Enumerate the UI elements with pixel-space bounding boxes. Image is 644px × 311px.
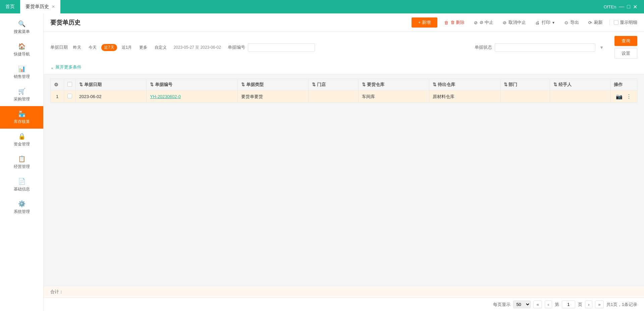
expand-more-button[interactable]: ⌄ 展开更多条件 xyxy=(50,64,82,70)
page-size-select[interactable]: 50 10 20 100 xyxy=(513,301,531,308)
date-btn-last-month[interactable]: 近1月 xyxy=(119,44,135,51)
sidebar-item-sales-mgmt[interactable]: 📊 销售管理 xyxy=(0,61,43,84)
sidebar-item-finance-mgmt[interactable]: 🔒 资金管理 xyxy=(0,129,43,151)
th-doc-date: ⇅ 单据日期 xyxy=(76,79,147,91)
sidebar-item-inventory-label: 库存核算 xyxy=(14,119,30,125)
search-button[interactable]: 查询 xyxy=(614,36,637,46)
row-doc-date: 2023-06-02 xyxy=(76,91,147,103)
filter-row-1: 单据日期 昨天 今天 近7天 近1月 更多 自定义 2023-05-27 至 2… xyxy=(50,36,637,59)
sidebar-item-system-mgmt[interactable]: ⚙️ 系统管理 xyxy=(0,196,43,219)
sidebar-item-system-mgmt-label: 系统管理 xyxy=(14,209,30,215)
status-input[interactable] xyxy=(495,43,595,52)
th-department-label: 部门 xyxy=(508,82,517,87)
date-btn-today[interactable]: 今天 xyxy=(86,44,99,51)
date-filter-label: 单据日期 xyxy=(50,44,68,50)
tab-requisition-history-label: 要货单历史 xyxy=(25,4,49,10)
stop-button[interactable]: ⊘ ⊘ 中止 xyxy=(471,18,496,27)
sidebar-item-quick-nav-label: 快捷导航 xyxy=(14,51,30,57)
new-button[interactable]: + 新增 xyxy=(412,17,437,28)
page-prefix: 第 xyxy=(555,302,559,308)
refresh-button[interactable]: ⟳ 刷新 xyxy=(586,18,605,27)
sidebar: 🔍 搜索菜单 🏠 快捷导航 📊 销售管理 🛒 采购管理 🏪 库存核算 🔒 资金管… xyxy=(0,13,44,311)
select-all-checkbox[interactable] xyxy=(67,82,72,87)
row-edit-icon[interactable]: 📷 xyxy=(614,93,624,100)
sidebar-item-operation-mgmt-label: 经营管理 xyxy=(14,164,30,170)
date-btn-last7days[interactable]: 近7天 xyxy=(101,44,117,51)
date-filter-buttons: 昨天 今天 近7天 近1月 更多 自定义 xyxy=(70,44,169,51)
sales-mgmt-icon: 📊 xyxy=(18,65,25,73)
th-handler-label: 经手人 xyxy=(558,82,572,87)
th-pending-warehouse-label: 待出仓库 xyxy=(438,82,455,87)
show-detail-button[interactable]: 显示明细 xyxy=(614,19,637,26)
row-num: 1 xyxy=(51,91,64,103)
th-req-warehouse: ⇅ 要货仓库 xyxy=(359,79,429,91)
inventory-icon: 🏪 xyxy=(18,110,25,118)
next-page-button[interactable]: › xyxy=(585,301,592,308)
last-page-button[interactable]: » xyxy=(595,301,603,308)
search-menu-icon: 🔍 xyxy=(18,20,25,28)
print-button[interactable]: 🖨 打印 ▼ xyxy=(533,18,558,27)
th-department: ⇅ 部门 xyxy=(500,79,550,91)
tab-home-label: 首页 xyxy=(5,4,15,10)
date-range-display: 2023-05-27 至 2023-06-02 xyxy=(173,45,221,50)
row-handler xyxy=(550,91,610,103)
row-doc-no: YH-20230602-0 xyxy=(147,91,238,103)
settings-button[interactable]: 设置 xyxy=(614,48,637,59)
sidebar-item-basic-info-label: 基础信息 xyxy=(14,186,30,192)
row-checkbox[interactable] xyxy=(67,94,72,98)
action-buttons: 查询 设置 xyxy=(614,36,637,59)
tab-close-icon[interactable]: ✕ xyxy=(52,4,55,9)
sidebar-item-inventory[interactable]: 🏪 库存核算 xyxy=(0,106,43,129)
th-doc-no-label: 单据编号 xyxy=(155,82,172,87)
cancel-stop-button[interactable]: ⊘ 取消中止 xyxy=(500,18,529,27)
th-store-label: 门店 xyxy=(317,82,326,87)
finance-mgmt-icon: 🔒 xyxy=(18,133,25,140)
tab-requisition-history[interactable]: 要货单历史 ✕ xyxy=(20,0,60,13)
show-detail-label: 显示明细 xyxy=(620,19,637,26)
sidebar-item-search-menu[interactable]: 🔍 搜索菜单 xyxy=(0,16,43,39)
quick-nav-icon: 🏠 xyxy=(18,43,25,50)
data-table: ⚙ ⇅ 单据日期 ⇅ 单据编号 ⇅ 单据类型 ⇅ 门店 ⇅ 要货仓库 ⇅ 待出仓… xyxy=(50,79,637,103)
filter-area: 单据日期 昨天 今天 近7天 近1月 更多 自定义 2023-05-27 至 2… xyxy=(44,32,644,75)
sidebar-item-basic-info[interactable]: 📄 基础信息 xyxy=(0,174,43,196)
total-info: 共1页，1条记录 xyxy=(606,302,637,308)
status-label: 单据状态 xyxy=(475,44,492,50)
current-page-input[interactable]: 1 xyxy=(562,301,575,308)
prev-page-button[interactable]: ‹ xyxy=(545,301,552,308)
page-suffix: 页 xyxy=(578,302,582,308)
window-minimize-icon[interactable]: — xyxy=(619,4,624,10)
th-doc-type-label: 单据类型 xyxy=(246,82,264,87)
doc-no-filter: 单据编号 xyxy=(228,43,315,52)
window-maximize-icon[interactable]: □ xyxy=(627,4,630,10)
top-bar: 首页 要货单历史 ✕ OfTEn — □ ✕ xyxy=(0,0,644,13)
table-row: 1 2023-06-02 YH-20230602-0 要货单要货 车间库 原材料… xyxy=(51,91,637,103)
row-operations: 📷 ⋮ xyxy=(610,91,637,103)
doc-no-link[interactable]: YH-20230602-0 xyxy=(150,94,181,99)
first-page-button[interactable]: « xyxy=(533,301,542,308)
delete-icon: 🗑 xyxy=(444,20,448,25)
tab-home[interactable]: 首页 xyxy=(0,0,20,13)
sidebar-item-purchase-mgmt[interactable]: 🛒 采购管理 xyxy=(0,84,43,106)
doc-no-input[interactable] xyxy=(248,43,315,52)
row-department xyxy=(500,91,550,103)
th-store: ⇅ 门店 xyxy=(309,79,359,91)
export-icon: ⊙ xyxy=(565,20,568,25)
sidebar-item-operation-mgmt[interactable]: 📋 经营管理 xyxy=(0,151,43,174)
row-store xyxy=(309,91,359,103)
purchase-mgmt-icon: 🛒 xyxy=(18,88,25,95)
date-btn-custom[interactable]: 自定义 xyxy=(152,44,169,51)
settings-gear-icon[interactable]: ⚙ xyxy=(54,82,58,87)
th-doc-no: ⇅ 单据编号 xyxy=(147,79,238,91)
date-filter: 单据日期 昨天 今天 近7天 近1月 更多 自定义 2023-05-27 至 2… xyxy=(50,44,221,51)
date-btn-yesterday[interactable]: 昨天 xyxy=(70,44,84,51)
export-button[interactable]: ⊙ 导出 xyxy=(562,18,582,27)
sidebar-item-quick-nav[interactable]: 🏠 快捷导航 xyxy=(0,39,43,61)
page-header: 要货单历史 + 新增 🗑 🗑 删除 ⊘ ⊘ 中止 ⊘ 取消中止 🖨 打印 xyxy=(44,13,644,32)
date-btn-more[interactable]: 更多 xyxy=(137,44,150,51)
row-more-icon[interactable]: ⋮ xyxy=(625,93,633,100)
delete-button[interactable]: 🗑 🗑 删除 xyxy=(441,18,468,27)
show-detail-checkbox[interactable] xyxy=(614,20,619,25)
refresh-icon: ⟳ xyxy=(588,20,592,25)
status-dropdown-icon[interactable]: ▼ xyxy=(599,45,604,50)
window-close-icon[interactable]: ✕ xyxy=(633,4,637,10)
